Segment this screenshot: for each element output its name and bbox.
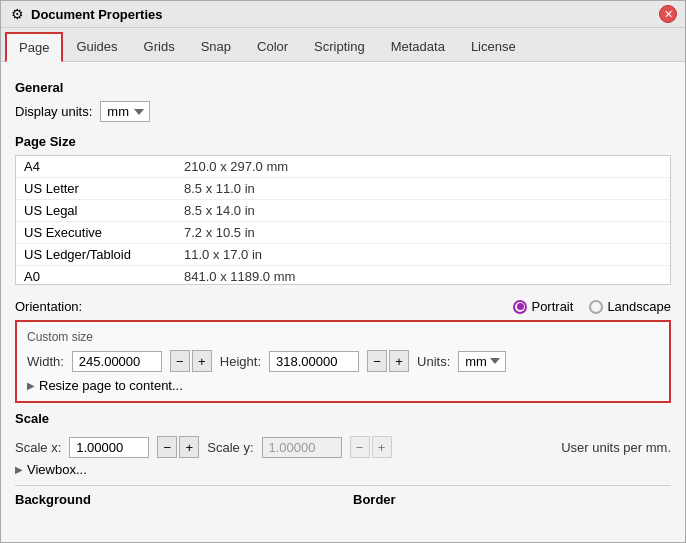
list-item-size: 8.5 x 11.0 in: [184, 181, 255, 196]
page-size-list[interactable]: A4210.0 x 297.0 mmUS Letter8.5 x 11.0 in…: [15, 155, 671, 285]
list-item-name: A0: [24, 269, 184, 284]
orientation-row: Orientation: Portrait Landscape: [15, 293, 671, 320]
landscape-radio[interactable]: [589, 300, 603, 314]
width-stepper: − +: [170, 350, 212, 372]
general-section-title: General: [15, 80, 671, 95]
tab-license[interactable]: License: [458, 32, 529, 61]
resize-row[interactable]: ▶ Resize page to content...: [27, 378, 659, 393]
list-item[interactable]: US Legal8.5 x 14.0 in: [16, 200, 670, 222]
scale-x-label: Scale x:: [15, 440, 61, 455]
list-item-name: US Ledger/Tabloid: [24, 247, 184, 262]
portrait-radio[interactable]: [513, 300, 527, 314]
height-stepper: − +: [367, 350, 409, 372]
tab-metadata[interactable]: Metadata: [378, 32, 458, 61]
tab-scripting[interactable]: Scripting: [301, 32, 378, 61]
resize-label: Resize page to content...: [39, 378, 183, 393]
page-content: General Display units: mm px cm in pt pc…: [1, 62, 685, 517]
document-properties-window: ⚙ Document Properties ✕ Page Guides Grid…: [0, 0, 686, 543]
scale-y-input[interactable]: [262, 437, 342, 458]
section-divider: [15, 485, 671, 486]
list-item-size: 210.0 x 297.0 mm: [184, 159, 288, 174]
height-label: Height:: [220, 354, 261, 369]
display-units-select[interactable]: mm px cm in pt pc: [100, 101, 150, 122]
viewbox-row[interactable]: ▶ Viewbox...: [15, 462, 671, 477]
page-size-section: Page Size A4210.0 x 297.0 mmUS Letter8.5…: [15, 134, 671, 285]
height-minus-btn[interactable]: −: [367, 350, 387, 372]
scale-y-plus-btn[interactable]: +: [372, 436, 392, 458]
width-input[interactable]: [72, 351, 162, 372]
display-units-row: Display units: mm px cm in pt pc: [15, 101, 671, 122]
height-input[interactable]: [269, 351, 359, 372]
display-units-label: Display units:: [15, 104, 92, 119]
list-item-size: 8.5 x 14.0 in: [184, 203, 255, 218]
scale-y-label: Scale y:: [207, 440, 253, 455]
landscape-label: Landscape: [607, 299, 671, 314]
list-item-name: A4: [24, 159, 184, 174]
list-item[interactable]: A4210.0 x 297.0 mm: [16, 156, 670, 178]
viewbox-arrow-icon: ▶: [15, 464, 23, 475]
list-item-size: 841.0 x 1189.0 mm: [184, 269, 295, 284]
custom-size-inputs-row: Width: − + Height: − + Units: mm px cm i…: [27, 350, 659, 372]
resize-arrow-icon: ▶: [27, 380, 35, 391]
tab-page[interactable]: Page: [5, 32, 63, 62]
title-bar: ⚙ Document Properties ✕: [1, 1, 685, 28]
custom-size-box: Custom size Width: − + Height: − + Units…: [15, 320, 671, 403]
width-minus-btn[interactable]: −: [170, 350, 190, 372]
tab-guides[interactable]: Guides: [63, 32, 130, 61]
scale-x-plus-btn[interactable]: +: [179, 436, 199, 458]
scale-title: Scale: [15, 411, 671, 426]
background-col: Background: [15, 492, 333, 507]
scale-y-stepper: − +: [350, 436, 392, 458]
viewbox-label: Viewbox...: [27, 462, 87, 477]
border-col: Border: [353, 492, 671, 507]
width-label: Width:: [27, 354, 64, 369]
list-item[interactable]: US Ledger/Tabloid11.0 x 17.0 in: [16, 244, 670, 266]
width-plus-btn[interactable]: +: [192, 350, 212, 372]
custom-size-title: Custom size: [27, 330, 659, 344]
tab-color[interactable]: Color: [244, 32, 301, 61]
list-item-name: US Executive: [24, 225, 184, 240]
height-plus-btn[interactable]: +: [389, 350, 409, 372]
tabs-bar: Page Guides Grids Snap Color Scripting M…: [1, 28, 685, 62]
scale-x-stepper: − +: [157, 436, 199, 458]
list-item[interactable]: US Letter8.5 x 11.0 in: [16, 178, 670, 200]
background-title: Background: [15, 492, 333, 507]
units-select[interactable]: mm px cm in pt pc: [458, 351, 506, 372]
scale-x-minus-btn[interactable]: −: [157, 436, 177, 458]
tab-grids[interactable]: Grids: [131, 32, 188, 61]
list-item-size: 7.2 x 10.5 in: [184, 225, 255, 240]
scale-inputs-row: Scale x: − + Scale y: − + User units per…: [15, 432, 671, 462]
list-item-name: US Letter: [24, 181, 184, 196]
units-label: Units:: [417, 354, 450, 369]
scale-y-minus-btn[interactable]: −: [350, 436, 370, 458]
units-note: User units per mm.: [561, 440, 671, 455]
window-icon: ⚙: [9, 6, 25, 22]
page-size-title: Page Size: [15, 134, 671, 149]
list-item[interactable]: A0841.0 x 1189.0 mm: [16, 266, 670, 285]
orientation-radio-group: Portrait Landscape: [513, 299, 671, 314]
portrait-option[interactable]: Portrait: [513, 299, 573, 314]
portrait-label: Portrait: [531, 299, 573, 314]
tab-snap[interactable]: Snap: [188, 32, 244, 61]
scale-section: Scale Scale x: − + Scale y: − + User uni…: [15, 411, 671, 477]
list-item-name: US Legal: [24, 203, 184, 218]
landscape-option[interactable]: Landscape: [589, 299, 671, 314]
window-title: Document Properties: [31, 7, 653, 22]
close-button[interactable]: ✕: [659, 5, 677, 23]
list-item-size: 11.0 x 17.0 in: [184, 247, 262, 262]
scale-x-input[interactable]: [69, 437, 149, 458]
list-item[interactable]: US Executive7.2 x 10.5 in: [16, 222, 670, 244]
orientation-label: Orientation:: [15, 299, 82, 314]
border-title: Border: [353, 492, 671, 507]
bottom-section: Background Border: [15, 492, 671, 507]
